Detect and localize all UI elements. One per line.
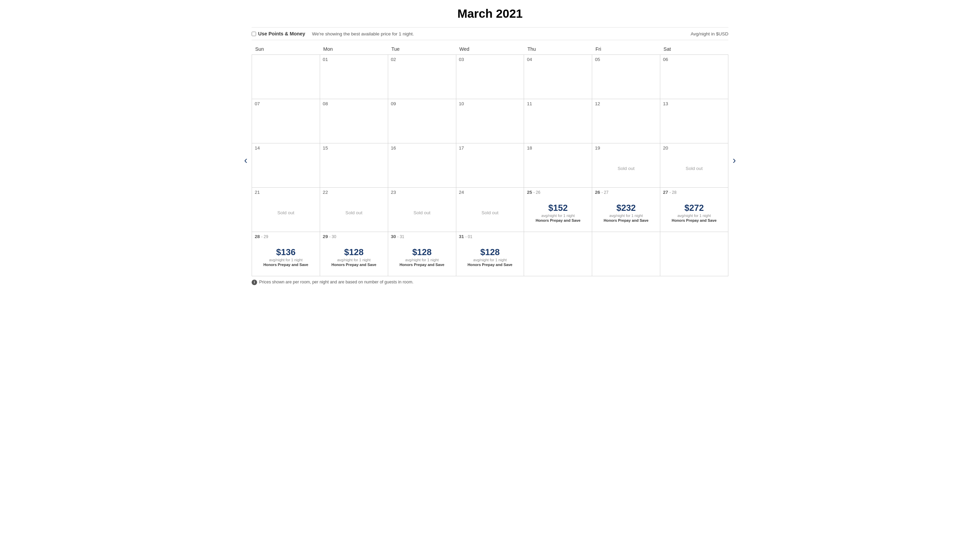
- calendar-cell[interactable]: 29 - 30$128avg/night for 1 nightHonors P…: [320, 232, 388, 276]
- checkbox-label-text: Use Points & Money: [258, 31, 305, 37]
- cell-content: [459, 63, 521, 96]
- price-detail: avg/night for 1 night: [337, 258, 371, 262]
- day-header-tue: Tue: [388, 44, 456, 55]
- cell-content: [391, 108, 453, 141]
- cell-date: 14: [255, 145, 317, 151]
- calendar-table: SunMonTueWedThuFriSat 010203040506070809…: [251, 44, 729, 276]
- price-value: $152: [548, 203, 568, 213]
- use-points-label[interactable]: Use Points & Money: [251, 31, 305, 37]
- price-detail: avg/night for 1 night: [473, 258, 507, 262]
- avg-label: Avg/night in $USD: [690, 31, 729, 37]
- cell-date: 29 - 30: [323, 234, 385, 239]
- calendar-cell: 24Sold out: [456, 188, 524, 232]
- day-header-sat: Sat: [660, 44, 729, 55]
- calendar-cell: 03: [456, 55, 524, 99]
- cell-content: [459, 108, 521, 141]
- calendar-week-2: 141516171819Sold out20Sold out: [252, 143, 729, 188]
- sold-out-text: Sold out: [686, 166, 703, 171]
- cell-date: 01: [323, 57, 385, 62]
- day-header-thu: Thu: [524, 44, 592, 55]
- calendar-cell: 02: [388, 55, 456, 99]
- cell-date: 31 - 01: [459, 234, 521, 239]
- calendar-cell: 06: [660, 55, 729, 99]
- info-icon: i: [251, 280, 257, 285]
- prev-month-button[interactable]: ‹: [242, 151, 250, 168]
- cell-content: $232avg/night for 1 nightHonors Prepay a…: [595, 196, 657, 229]
- cell-content: Sold out: [391, 196, 453, 229]
- toolbar: Use Points & Money We're showing the bes…: [251, 27, 729, 40]
- calendar-cell: 07: [252, 99, 320, 143]
- cell-content: Sold out: [595, 152, 657, 185]
- calendar-cell: 15: [320, 143, 388, 188]
- cell-date: 03: [459, 57, 521, 62]
- price-value: $232: [616, 203, 636, 213]
- cell-content: $128avg/night for 1 nightHonors Prepay a…: [459, 241, 521, 274]
- calendar-cell: 08: [320, 99, 388, 143]
- calendar-cell: 12: [592, 99, 660, 143]
- toolbar-left: Use Points & Money We're showing the bes…: [251, 31, 414, 37]
- calendar-cell[interactable]: 30 - 31$128avg/night for 1 nightHonors P…: [388, 232, 456, 276]
- day-header-sun: Sun: [252, 44, 320, 55]
- cell-date: 16: [391, 145, 453, 151]
- calendar-cell: 16: [388, 143, 456, 188]
- calendar-cell: 17: [456, 143, 524, 188]
- calendar-week-3: 21Sold out22Sold out23Sold out24Sold out…: [252, 188, 729, 232]
- cell-date: 12: [595, 101, 657, 106]
- day-header-wed: Wed: [456, 44, 524, 55]
- sold-out-text: Sold out: [277, 210, 294, 215]
- calendar-cell: [252, 55, 320, 99]
- price-detail: avg/night for 1 night: [405, 258, 439, 262]
- calendar-cell[interactable]: 25 - 26$152avg/night for 1 nightHonors P…: [524, 188, 592, 232]
- price-label: Honors Prepay and Save: [331, 263, 376, 267]
- calendar-cell: 05: [592, 55, 660, 99]
- helper-text: We're showing the best available price f…: [312, 31, 414, 37]
- cell-content: $128avg/night for 1 nightHonors Prepay a…: [323, 241, 385, 274]
- calendar-cell[interactable]: 31 - 01$128avg/night for 1 nightHonors P…: [456, 232, 524, 276]
- calendar-cell: 11: [524, 99, 592, 143]
- cell-date: 07: [255, 101, 317, 106]
- cell-date: 15: [323, 145, 385, 151]
- calendar-cell: 20Sold out: [660, 143, 729, 188]
- cell-content: [323, 152, 385, 185]
- price-value: $272: [684, 203, 704, 213]
- price-value: $128: [412, 247, 432, 257]
- sold-out-text: Sold out: [618, 166, 635, 171]
- cell-date: 11: [527, 101, 589, 106]
- page-wrapper: March 2021 Use Points & Money We're show…: [245, 0, 735, 292]
- sold-out-text: Sold out: [482, 210, 498, 215]
- calendar-cell: 14: [252, 143, 320, 188]
- sold-out-text: Sold out: [414, 210, 430, 215]
- calendar-cell[interactable]: 28 - 29$136avg/night for 1 nightHonors P…: [252, 232, 320, 276]
- calendar-cell: 23Sold out: [388, 188, 456, 232]
- page-title: March 2021: [251, 7, 729, 21]
- calendar-cell: 09: [388, 99, 456, 143]
- cell-date: 21: [255, 190, 317, 195]
- price-detail: avg/night for 1 night: [269, 258, 302, 262]
- cell-date: 30 - 31: [391, 234, 453, 239]
- use-points-checkbox[interactable]: [251, 32, 256, 36]
- cell-date: 09: [391, 101, 453, 106]
- cell-content: [595, 63, 657, 96]
- calendar-cell[interactable]: 26 - 27$232avg/night for 1 nightHonors P…: [592, 188, 660, 232]
- calendar-cell: 22Sold out: [320, 188, 388, 232]
- cell-content: [595, 108, 657, 141]
- calendar-cell[interactable]: 27 - 28$272avg/night for 1 nightHonors P…: [660, 188, 729, 232]
- cell-content: [255, 108, 317, 141]
- cell-content: $136avg/night for 1 nightHonors Prepay a…: [255, 241, 317, 274]
- cell-content: Sold out: [323, 196, 385, 229]
- price-value: $128: [480, 247, 500, 257]
- calendar-cell: 18: [524, 143, 592, 188]
- cell-content: [323, 108, 385, 141]
- sold-out-text: Sold out: [345, 210, 362, 215]
- cell-content: [527, 152, 589, 185]
- cell-content: [663, 108, 725, 141]
- cell-content: [391, 152, 453, 185]
- next-month-button[interactable]: ›: [730, 151, 738, 168]
- cell-date: 23: [391, 190, 453, 195]
- price-label: Honors Prepay and Save: [536, 218, 581, 222]
- cell-date: 20: [663, 145, 725, 151]
- cell-content: Sold out: [255, 196, 317, 229]
- cell-content: $128avg/night for 1 nightHonors Prepay a…: [391, 241, 453, 274]
- cell-date: 10: [459, 101, 521, 106]
- cell-date: 19: [595, 145, 657, 151]
